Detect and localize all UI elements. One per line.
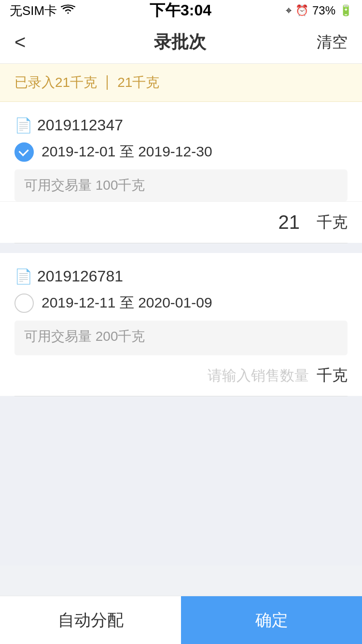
available-text-2: 可用交易量 200千克 — [24, 329, 145, 344]
batch-card-2: 📄 2019126781 2019-12-11 至 2020-01-09 可用交… — [0, 253, 362, 355]
section-divider-1 — [0, 243, 362, 253]
amount-row-1: 千克 — [0, 201, 362, 243]
batch-id-icon-1: 📄 — [14, 117, 32, 134]
clear-button[interactable]: 清空 — [317, 32, 348, 53]
amount-label: 21千克 — [117, 73, 159, 92]
recorded-amount-label: 已录入21千克 — [14, 73, 97, 92]
wifi-icon — [61, 3, 75, 18]
batch-id-1: 2019112347 — [37, 116, 123, 134]
available-row-2: 可用交易量 200千克 — [14, 321, 348, 355]
battery-icon: 🔋 — [339, 4, 352, 17]
amount-unit-1: 千克 — [317, 212, 348, 233]
auto-distribute-button[interactable]: 自动分配 — [0, 596, 181, 644]
status-right: ⌖ ⏰ 73% 🔋 — [286, 4, 352, 17]
quantity-unit: 千克 — [317, 365, 348, 386]
input-row-2: 请输入销售数量 千克 — [0, 355, 362, 396]
info-banner: 已录入21千克 21千克 — [0, 64, 362, 102]
quantity-placeholder: 请输入销售数量 — [208, 366, 309, 386]
available-row-1: 可用交易量 100千克 — [14, 169, 348, 201]
batch-card-1: 📄 2019112347 2019-12-01 至 2019-12-30 可用交… — [0, 102, 362, 201]
location-icon: ⌖ — [286, 4, 292, 17]
batch-date-2: 2019-12-11 至 2020-01-09 — [42, 293, 212, 313]
amount-input-1[interactable] — [230, 211, 307, 233]
batch-date-row-1: 2019-12-01 至 2019-12-30 — [14, 142, 348, 162]
bottom-bar: 自动分配 确定 — [0, 596, 362, 644]
confirm-button[interactable]: 确定 — [181, 596, 362, 644]
batch-header-1: 📄 2019112347 — [14, 116, 348, 134]
batch-date-row-2: 2019-12-11 至 2020-01-09 — [14, 293, 348, 313]
status-bar: 无SIM卡 下午3:04 ⌖ ⏰ 73% 🔋 — [0, 0, 362, 21]
alarm-icon: ⏰ — [295, 4, 308, 17]
batch-header-2: 📄 2019126781 — [14, 267, 348, 285]
page-title: 录批次 — [154, 30, 206, 54]
banner-divider — [107, 75, 108, 90]
nav-bar: < 录批次 清空 — [0, 21, 362, 64]
carrier-text: 无SIM卡 — [10, 2, 57, 19]
batch-id-2: 2019126781 — [37, 267, 123, 285]
battery-text: 73% — [312, 4, 335, 17]
status-time: 下午3:04 — [150, 0, 211, 21]
batch-radio-2[interactable] — [14, 294, 34, 313]
content-area — [0, 396, 362, 565]
available-text-1: 可用交易量 100千克 — [24, 178, 145, 193]
batch-date-1: 2019-12-01 至 2019-12-30 — [42, 142, 212, 162]
batch-radio-1[interactable] — [14, 142, 34, 162]
status-left: 无SIM卡 — [10, 2, 75, 19]
back-button[interactable]: < — [14, 31, 43, 53]
batch-id-icon-2: 📄 — [14, 268, 32, 285]
